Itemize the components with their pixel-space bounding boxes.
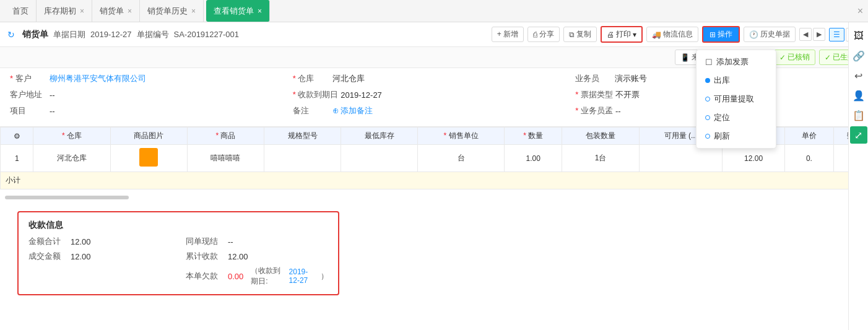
toolbar-right: + 新增 ⎙ 分享 ⧉ 复制 🖨 打印 ▾ 🚚 物流信息 ⊞ [492,26,861,43]
arrears-due-date-label: （收款到期日: [251,266,284,287]
arrears-due-date-value: 2019-12-27 [289,267,316,285]
cell-pack-qty: 1台 [562,145,639,172]
dropdown-label-locate: 定位 [714,112,730,123]
tab-sales-label: 销货单 [100,6,124,17]
close-view-tab[interactable]: × [258,7,262,15]
right-undo-btn[interactable]: ↩ [850,67,867,84]
print-dropdown-arrow[interactable]: ▾ [633,30,636,39]
close-sales-tab[interactable]: × [128,7,132,15]
right-expand-btn[interactable]: ⤢ [850,126,867,144]
logistics-label: 物流信息 [663,29,693,40]
tab-sales-history[interactable]: 销货单历史 × [140,0,204,22]
col-warehouse: 仓库 [33,128,110,145]
radio-dot-outbound [705,78,710,83]
project-value: -- [50,106,55,116]
dropdown-outbound[interactable]: 出库 [697,71,776,90]
table-row: 1 河北仓库 嘻嘻嘻嘻 台 1.00 1台 12.00 0. [1,145,868,172]
cell-image [110,145,187,172]
dropdown-refresh[interactable]: 刷新 [697,127,776,145]
right-image-btn[interactable]: 🖼 [850,27,867,45]
right-clipboard-btn[interactable]: 📋 [850,106,867,124]
add-remark-button[interactable]: ⊕ 添加备注 [332,105,373,116]
sales-staff-label: 业务员孟 [575,105,613,116]
new-button[interactable]: + 新增 [492,27,524,42]
tab-view-sales[interactable]: 查看销货单 × [206,0,270,22]
copy-button[interactable]: ⧉ 复制 [563,27,597,42]
summary-col-right: 同单现结 -- 累计收款 12.00 本单欠款 0.00 （收款到期日: 201… [186,236,328,287]
summary-grid: 金额合计 12.00 成交金额 12.00 同单现结 -- 累计收款 [28,236,328,287]
copy-icon: ⧉ [569,30,575,39]
effective-check-icon: ✓ [825,53,831,62]
col-gear[interactable]: ⚙ [1,128,33,145]
tab-home-label: 首页 [12,6,28,17]
summary-col-left: 金额合计 12.00 成交金额 12.00 [28,236,171,287]
checkbox-icon: ☐ [705,58,713,67]
cumulative-label: 累计收款 [186,251,223,262]
col-unit: 销售单位 [418,128,504,145]
window-close-button[interactable]: × [857,6,863,17]
dropdown-label-available: 可用量提取 [714,93,754,105]
check-icon: ✓ [779,53,786,62]
cell-unit: 台 [418,145,504,172]
ops-button-wrapper: ⊞ 操作 [702,26,740,43]
share-button[interactable]: ⎙ 分享 [527,27,560,42]
plus-icon: ⊕ [332,106,339,115]
dropdown-available[interactable]: 可用量提取 [697,90,776,108]
dropdown-locate[interactable]: 定位 [697,108,776,127]
history-button[interactable]: 🕐 历史单据 [744,27,796,42]
cell-seq: 1 [1,145,33,172]
summary-amount-total: 金额合计 12.00 [28,236,171,247]
deal-amount-value: 12.00 [71,252,91,261]
tab-home[interactable]: 首页 [5,0,37,22]
doc-date-label: 单据日期 [53,29,85,40]
ops-dropdown-menu: ☐ 添加发票 出库 可用量提取 定位 刷新 [696,50,776,149]
cell-current-stock: 12.00 [723,145,785,172]
right-panel: 🖼 🔗 ↩ 👤 📋 ⤢ [848,22,868,330]
summary-deal-amount: 成交金额 12.00 [28,251,171,262]
next-button[interactable]: ▶ [813,28,825,41]
staff-label: 业务员 [575,73,612,84]
payment-date-value: 2019-12-27 [341,90,382,100]
ticket-type-label: 票据类型 [575,89,613,100]
logistics-button[interactable]: 🚚 物流信息 [646,27,698,42]
toolbar-left: ↻ 销货单 单据日期 2019-12-27 单据编号 SA-20191227-0… [7,29,487,40]
same-order-label: 同单现结 [186,236,223,247]
cell-min-stock [341,145,418,172]
right-link-btn[interactable]: 🔗 [850,47,867,64]
cell-warehouse: 河北仓库 [33,145,110,172]
summary-title: 收款信息 [28,220,328,231]
ops-button[interactable]: ⊞ 操作 [702,26,740,43]
share-icon: ⎙ [533,30,537,39]
history-icon: 🕐 [749,30,758,39]
col-product: 商品 [187,128,264,145]
right-user-btn[interactable]: 👤 [850,87,867,104]
prev-button[interactable]: ◀ [799,28,812,41]
radio-dot-refresh [705,134,710,139]
tab-sales-order[interactable]: 销货单 × [92,0,140,22]
ops-icon: ⊞ [710,30,716,39]
confirmed-badge[interactable]: ✓ 已核销 [774,50,815,65]
tab-inventory-label: 库存期初 [44,6,76,17]
list-view-button[interactable]: ☰ [829,28,844,41]
close-inventory-tab[interactable]: × [80,7,84,15]
customer-value[interactable]: 柳州粤港平安气体有限公司 [50,73,146,84]
cell-price: 0. [785,145,833,172]
col-pack-qty: 包装数量 [562,128,639,145]
same-order-value: -- [228,237,233,246]
tab-inventory-init[interactable]: 库存期初 × [37,0,92,22]
radio-dot-locate [705,115,710,120]
product-image [139,148,158,167]
ops-label: 操作 [718,29,732,40]
summary-panel: 收款信息 金额合计 12.00 成交金额 12.00 同单现结 -- [17,211,339,295]
cumulative-value: 12.00 [228,252,248,261]
remark-field: 备注 ⊕ 添加备注 [293,105,576,116]
doc-number-value: SA-20191227-001 [174,30,240,39]
col-price: 单价 [785,128,833,145]
warehouse-field: 仓库 河北仓库 [293,73,576,84]
cell-qty: 1.00 [504,145,562,172]
dropdown-add-invoice[interactable]: ☐ 添加发票 [697,53,776,71]
close-history-tab[interactable]: × [191,7,196,15]
print-button[interactable]: 🖨 打印 ▾ [601,26,643,43]
horizontal-scroll-area[interactable] [0,189,868,204]
staff-value: 演示账号 [615,73,647,84]
